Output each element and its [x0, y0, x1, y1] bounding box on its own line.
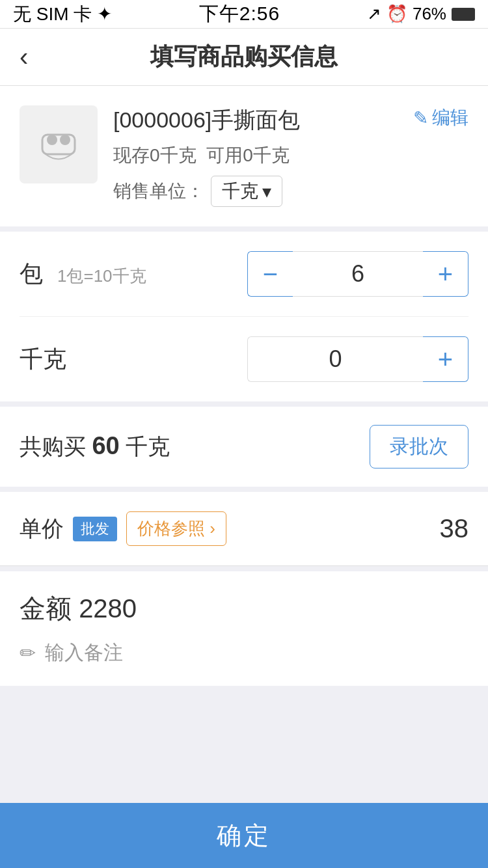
total-row: 共购买 60 千克 录批次 [0, 407, 488, 492]
increase-kg-button[interactable]: + [423, 336, 468, 382]
status-right: ↗ ⏰ 76% [367, 4, 475, 24]
back-button[interactable]: ‹ [20, 42, 28, 72]
status-left: 无 SIM 卡 ✦ [13, 2, 112, 27]
quantity-label-bao: 包 1包=10千克 [20, 258, 247, 290]
amount-row: 金额 2280 [20, 591, 468, 627]
quantity-row-kg: 千克 + [20, 317, 468, 401]
status-time: 下午2:56 [199, 1, 280, 27]
edit-icon: ✎ [413, 107, 428, 129]
confirm-button[interactable]: 确定 [217, 819, 271, 852]
price-section: 单价 批发 价格参照 › 38 [0, 492, 488, 566]
product-unit-row: 销售单位： 千克 ▾ [113, 176, 468, 207]
svg-rect-2 [42, 135, 75, 154]
product-thumbnail-icon [36, 122, 81, 167]
price-row: 单价 批发 价格参照 › 38 [20, 511, 468, 546]
battery-icon [452, 8, 475, 21]
svg-point-0 [47, 135, 57, 145]
price-label: 单价 批发 价格参照 › [20, 511, 226, 546]
note-placeholder: 输入备注 [45, 640, 123, 666]
price-value: 38 [440, 514, 469, 543]
price-ref-button[interactable]: 价格参照 › [126, 511, 226, 546]
nav-title: 填写商品购买信息 [150, 41, 338, 73]
quantity-control-kg: + [247, 336, 468, 382]
product-card: [0000006]手撕面包 现存0千克 可用0千克 销售单位： 千克 ▾ ✎ 编… [0, 86, 488, 232]
quantity-input-kg[interactable] [247, 336, 423, 382]
note-row[interactable]: ✏ 输入备注 [20, 640, 468, 666]
quantity-input-bao[interactable] [293, 251, 423, 297]
quantity-hint-bao: 1包=10千克 [57, 266, 146, 286]
unit-select[interactable]: 千克 ▾ [211, 176, 282, 207]
battery-status: 76% [413, 4, 446, 24]
quantity-control-bao: − + [247, 251, 468, 297]
quantity-label-kg: 千克 [20, 344, 247, 375]
amount-section: 金额 2280 ✏ 输入备注 [0, 571, 488, 686]
batch-badge: 批发 [73, 517, 117, 541]
confirm-bar[interactable]: 确定 [0, 803, 488, 868]
amount-value: 2280 [79, 594, 137, 623]
decrease-bao-button[interactable]: − [247, 251, 293, 297]
quantity-row-bao: 包 1包=10千克 − + [20, 232, 468, 317]
status-bar: 无 SIM 卡 ✦ 下午2:56 ↗ ⏰ 76% [0, 0, 488, 29]
alarm-icon: ⏰ [386, 4, 407, 24]
pencil-icon: ✏ [20, 642, 36, 664]
nav-bar: ‹ 填写商品购买信息 [0, 29, 488, 86]
sim-status: 无 SIM 卡 ✦ [13, 2, 112, 27]
product-image [20, 105, 98, 183]
svg-point-1 [60, 135, 70, 145]
edit-button[interactable]: ✎ 编辑 [413, 105, 468, 130]
location-icon: ↗ [367, 4, 381, 24]
product-stock: 现存0千克 可用0千克 [113, 143, 468, 168]
batch-button[interactable]: 录批次 [370, 425, 468, 468]
total-amount: 60 [92, 432, 119, 459]
increase-bao-button[interactable]: + [423, 251, 468, 297]
chevron-down-icon: ▾ [262, 181, 271, 202]
quantity-section: 包 1包=10千克 − + 千克 + [0, 232, 488, 407]
total-label: 共购买 60 千克 [20, 432, 170, 462]
